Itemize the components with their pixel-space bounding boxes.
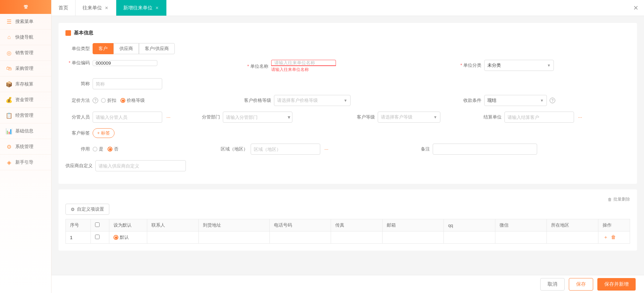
row-default-option[interactable]: 默认 — [113, 234, 129, 241]
add-tag-btn[interactable]: + 标签 — [93, 128, 115, 138]
tab-partner[interactable]: 往来单位 ✕ — [76, 0, 116, 16]
system-icon: ⚙ — [6, 143, 13, 150]
disable-yes-option[interactable]: 是 — [93, 146, 103, 152]
pricing-discount-radio[interactable] — [101, 98, 106, 103]
disable-no-label: 否 — [114, 146, 118, 152]
pricing-level-option[interactable]: 价格等级 — [120, 97, 145, 104]
tabbar-close-all[interactable]: ✕ — [628, 0, 644, 16]
contact-card: 🗑 批量删除 ⚙ 自定义项设置 序号 设为默认 联系人 到货地址 电话号码 传真 — [58, 189, 637, 251]
settlement-input[interactable] — [504, 112, 574, 123]
region-more-btn[interactable]: ··· — [323, 146, 330, 152]
unit-type-supplier-btn[interactable]: 供应商 — [113, 43, 139, 54]
sidebar-item-finance[interactable]: 💰 资金管理 — [0, 92, 51, 108]
sidebar-item-sales-label: 销售管理 — [15, 50, 33, 56]
col-address: 到货地址 — [198, 219, 269, 231]
supplier-custom-input[interactable] — [95, 160, 186, 171]
settlement-more-btn[interactable]: ··· — [577, 114, 584, 120]
row-add-btn[interactable]: ＋ — [603, 234, 608, 240]
payment-help-icon[interactable]: ? — [550, 98, 555, 103]
dept-label: 分管部门 — [196, 114, 220, 120]
sidebar-item-sales[interactable]: ◎ 销售管理 — [0, 45, 51, 61]
pricing-row: 定价方法 ? 折扣 价格等级 客户价格等级 — [65, 95, 630, 106]
row-phone — [270, 231, 331, 244]
manager-label: 分管人员 — [65, 114, 90, 120]
supplier-custom-field: 供应商自定义 — [65, 160, 630, 171]
tab-new-partner-close[interactable]: ✕ — [155, 5, 159, 11]
manager-more-btn[interactable]: ··· — [165, 114, 172, 120]
customer-level-dropdown-icon: ▼ — [344, 98, 347, 103]
disable-radio-group: 是 否 — [93, 146, 118, 152]
sidebar-item-purchase[interactable]: 🛍 采购管理 — [0, 61, 51, 76]
batch-delete-icon: 🗑 — [608, 197, 612, 202]
sidebar-item-guide[interactable]: ◈ 新手引导 — [0, 155, 51, 170]
col-default: 设为默认 — [109, 219, 147, 231]
row-fax-input[interactable] — [335, 235, 363, 240]
unit-code-input[interactable] — [93, 60, 157, 66]
pricing-level-radio[interactable] — [120, 98, 125, 103]
customer-level-label: 客户价格等级 — [244, 97, 271, 104]
custom-settings-btn[interactable]: ⚙ 自定义项设置 — [65, 204, 109, 215]
row-qq — [444, 231, 495, 244]
cancel-button[interactable]: 取消 — [540, 278, 565, 291]
payment-value: 现结 — [487, 97, 496, 104]
unit-type-both-btn[interactable]: 客户/供应商 — [139, 43, 175, 54]
row-qq-input[interactable] — [448, 235, 476, 240]
row-default-label: 默认 — [120, 234, 129, 241]
customer-grade-select[interactable]: 请选择客户等级 ▼ — [378, 112, 440, 123]
row-phone-input[interactable] — [274, 235, 309, 240]
row-wechat-input[interactable] — [500, 235, 527, 240]
sidebar-item-quick-nav[interactable]: ⌂ 快捷导航 — [0, 30, 51, 45]
home-icon: ⌂ — [6, 34, 13, 41]
row-checkbox[interactable] — [95, 235, 100, 239]
save-button[interactable]: 保存 — [569, 278, 593, 291]
col-checkbox — [91, 219, 109, 231]
disable-no-radio[interactable] — [108, 147, 112, 152]
row-delete-btn[interactable]: 🗑 — [611, 234, 616, 240]
row-action-cell: ＋ 🗑 — [598, 231, 630, 244]
sidebar-item-basic-info[interactable]: 📊 基础信息 — [0, 123, 51, 139]
supplier-custom-label: 供应商自定义 — [65, 163, 93, 169]
unit-category-select[interactable]: 未分类 ▼ — [484, 60, 554, 71]
tabbar: 首页 往来单位 ✕ 新增往来单位 ✕ ✕ — [52, 0, 644, 16]
pricing-help-icon[interactable]: ? — [93, 98, 98, 103]
region-input[interactable] — [251, 144, 320, 155]
pricing-discount-option[interactable]: 折扣 — [101, 97, 116, 104]
remark-input[interactable] — [433, 144, 537, 155]
select-all-checkbox[interactable] — [95, 222, 100, 227]
sidebar-item-system[interactable]: ⚙ 系统管理 — [0, 139, 51, 155]
tab-home-label: 首页 — [58, 5, 68, 11]
remark-label: 备注 — [406, 146, 430, 152]
col-fax: 传真 — [331, 219, 383, 231]
customer-level-select[interactable]: 请选择客户价格等级 ▼ — [274, 95, 351, 106]
manager-input[interactable] — [93, 112, 162, 123]
unit-name-label: 单位名称 — [244, 63, 268, 70]
sidebar-item-search[interactable]: ☰ 搜索菜单 — [0, 14, 51, 30]
unit-name-input[interactable] — [271, 60, 336, 66]
disable-yes-radio[interactable] — [93, 147, 97, 152]
sidebar-item-operations[interactable]: 📋 经营管理 — [0, 108, 51, 123]
tab-partner-close[interactable]: ✕ — [104, 5, 109, 11]
unit-type-group: 客户 供应商 客户/供应商 — [93, 43, 175, 54]
customer-level-placeholder: 请选择客户价格等级 — [277, 97, 318, 104]
row-default-radio[interactable] — [113, 235, 118, 240]
sidebar-item-inventory-label: 库存核算 — [15, 81, 33, 87]
customer-grade-label: 客户等级 — [351, 114, 375, 120]
row-address-input[interactable] — [203, 235, 245, 240]
disable-no-option[interactable]: 否 — [108, 146, 118, 152]
save-new-button[interactable]: 保存并新增 — [597, 278, 636, 291]
row-wechat — [495, 231, 547, 244]
batch-delete-area[interactable]: 🗑 批量删除 — [65, 196, 630, 202]
tab-home[interactable]: 首页 — [52, 0, 76, 16]
unit-category-value: 未分类 — [487, 62, 501, 68]
basic-info-icon: 📊 — [6, 128, 13, 135]
row-region-input[interactable] — [551, 235, 579, 240]
sidebar-item-inventory[interactable]: 📦 库存核算 — [0, 76, 51, 92]
short-name-input[interactable] — [93, 78, 162, 89]
unit-type-customer-btn[interactable]: 客户 — [93, 43, 113, 54]
dept-input[interactable] — [223, 112, 292, 123]
row-contact-input[interactable] — [151, 235, 179, 240]
tab-new-partner[interactable]: 新增往来单位 ✕ — [116, 0, 166, 16]
row-email-input[interactable] — [387, 235, 422, 240]
payment-select[interactable]: 现结 ▼ — [484, 95, 547, 106]
table-row: 1 默认 — [66, 231, 630, 244]
